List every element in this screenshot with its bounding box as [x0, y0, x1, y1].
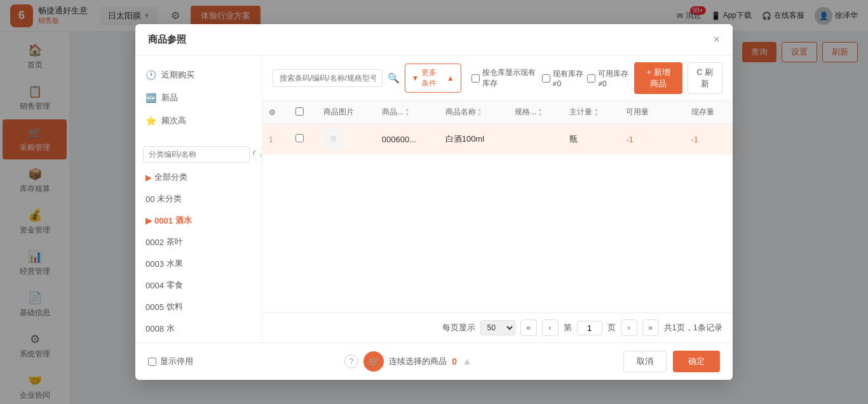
- row-stock: -1: [685, 124, 733, 155]
- category-00[interactable]: 00 未分类: [140, 188, 257, 210]
- category-0002[interactable]: 0002 茶叶: [140, 231, 257, 253]
- col-code: 商品...▲▼: [376, 101, 439, 124]
- cart-count: 0: [452, 356, 457, 367]
- help-icon[interactable]: ?: [344, 354, 358, 368]
- cancel-button[interactable]: 取消: [623, 351, 667, 372]
- category-00-code: 00: [146, 194, 154, 204]
- category-0003[interactable]: 0003 水果: [140, 253, 257, 274]
- per-page-select[interactable]: 50 100 200: [480, 320, 515, 335]
- tab-new-product[interactable]: 🆕 新品: [135, 86, 262, 109]
- product-table-area: ⚙ 商品图片 商品...▲▼ 商品名称▲▼: [262, 101, 733, 313]
- category-0005-code: 0005: [146, 302, 164, 312]
- tab-frequent-label: 频次高: [161, 115, 186, 126]
- checkbox-stock-input[interactable]: [542, 74, 550, 83]
- col-unit: 主计量▲▼: [563, 101, 620, 124]
- confirm-button[interactable]: 确定: [673, 351, 720, 372]
- category-0005[interactable]: 0005 饮料: [140, 296, 257, 318]
- last-page-button[interactable]: »: [642, 320, 659, 336]
- col-available: 可用量: [620, 101, 667, 124]
- col-stock-label: 现存量: [691, 107, 714, 118]
- display-disabled-input[interactable]: [148, 358, 156, 366]
- refresh-button[interactable]: C 刷新: [688, 62, 722, 94]
- row-name: 白酒100ml: [439, 124, 509, 155]
- checkbox-stock-nonzero[interactable]: 现有库存≠0: [542, 69, 584, 88]
- col-code-label: 商品...: [382, 107, 403, 118]
- category-0001-arrow: ▶: [146, 216, 152, 226]
- category-0003-code: 0003: [146, 259, 164, 269]
- next-page-button[interactable]: ›: [621, 320, 637, 336]
- row-available: -1: [620, 124, 667, 155]
- product-table: ⚙ 商品图片 商品...▲▼ 商品名称▲▼: [262, 101, 733, 155]
- category-all[interactable]: ▶ 全部分类: [140, 166, 257, 188]
- modal-footer: 显示停用 ? 🛒 连续选择的商品 0 ▲ 取消 确定: [135, 342, 733, 380]
- page-number-input[interactable]: [577, 321, 602, 335]
- left-tabs: 🕐 近期购买 🆕 新品 ⭐ 频次高: [135, 64, 262, 132]
- checkbox-warehouse[interactable]: 按仓库显示现有库存: [471, 67, 538, 89]
- col-stock: 现存量: [685, 101, 733, 124]
- category-all-label: 全部分类: [154, 172, 187, 183]
- table-row[interactable]: 1 图 000600... 白酒100ml 瓶 -1: [262, 124, 733, 155]
- row-extra: [668, 124, 685, 155]
- col-spec-label: 规格...: [515, 107, 536, 118]
- add-product-button[interactable]: + 新增商品: [634, 62, 682, 94]
- modal-left-panel: 🕐 近期购买 🆕 新品 ⭐ 频次高: [135, 56, 262, 342]
- category-list: ▶ 全部分类 00 未分类 ▶ 0001 酒水: [135, 166, 262, 342]
- category-0008[interactable]: 0008 水: [140, 318, 257, 339]
- total-records-label: 共1页，1条记录: [664, 322, 722, 333]
- category-00-name: 未分类: [157, 193, 182, 205]
- display-disabled-checkbox[interactable]: 显示停用: [148, 356, 193, 367]
- product-image: 图: [323, 129, 344, 149]
- modal-overlay: 商品参照 × 🕐 近期购买 🆕 新品: [0, 0, 868, 404]
- frequent-icon: ⭐: [146, 116, 156, 126]
- category-0004-code: 0004: [146, 281, 164, 290]
- row-code: 000600...: [376, 124, 439, 155]
- col-available-label: 可用量: [626, 107, 649, 118]
- col-settings[interactable]: ⚙: [262, 101, 289, 124]
- category-0010[interactable]: 0010 家电: [140, 339, 257, 342]
- collapse-cart-icon[interactable]: ▲: [462, 356, 472, 367]
- col-spec: 规格...▲▼: [508, 101, 563, 124]
- new-product-icon: 🆕: [146, 93, 156, 103]
- category-0003-name: 水果: [166, 258, 183, 269]
- expand-arrow-icon: ▶: [146, 173, 152, 182]
- category-search-row: 🔍: [135, 142, 262, 166]
- recent-purchase-icon: 🕐: [146, 70, 156, 80]
- category-0004-name: 零食: [166, 279, 183, 291]
- first-page-button[interactable]: «: [520, 320, 537, 336]
- pagination: 每页显示 50 100 200 « ‹ 第 页 › » 共1页，1条记: [262, 313, 733, 342]
- product-search-icon[interactable]: 🔍: [388, 72, 400, 84]
- page-prefix-label: 第: [564, 322, 572, 333]
- modal-right-panel: 🔍 ▼ 更多条件 ▲ 按仓库显示现有库存: [262, 56, 733, 342]
- footer-action-buttons: 取消 确定: [623, 351, 720, 372]
- category-search-input[interactable]: [143, 146, 250, 163]
- filter-button[interactable]: ▼ 更多条件 ▲: [405, 64, 461, 93]
- category-0001[interactable]: ▶ 0001 酒水: [140, 210, 257, 231]
- filter-icon: ▼: [412, 74, 419, 83]
- tab-frequent[interactable]: ⭐ 频次高: [135, 109, 262, 132]
- per-page-label: 每页显示: [442, 322, 475, 333]
- product-search-input[interactable]: [273, 69, 383, 87]
- tab-recent-label: 近期购买: [161, 69, 194, 81]
- tab-recent-purchase[interactable]: 🕐 近期购买: [135, 64, 262, 86]
- category-0004[interactable]: 0004 零食: [140, 274, 257, 296]
- cart-icon[interactable]: 🛒: [363, 351, 384, 372]
- toolbar-right-actions: + 新增商品 C 刷新: [634, 62, 722, 94]
- table-header-row: ⚙ 商品图片 商品...▲▼ 商品名称▲▼: [262, 101, 733, 124]
- prev-page-button[interactable]: ‹: [542, 320, 559, 336]
- checkbox-area: 按仓库显示现有库存 现有库存≠0 可用库存≠0: [471, 67, 629, 89]
- row-checkbox[interactable]: [289, 124, 317, 155]
- category-0002-name: 茶叶: [166, 236, 183, 248]
- close-button[interactable]: ×: [713, 33, 720, 46]
- checkbox-warehouse-input[interactable]: [471, 74, 480, 83]
- checkbox-available-input[interactable]: [587, 74, 595, 83]
- row-select-checkbox[interactable]: [295, 134, 304, 142]
- col-name: 商品名称▲▼: [439, 101, 509, 124]
- modal-toolbar: 🔍 ▼ 更多条件 ▲ 按仓库显示现有库存: [262, 56, 733, 101]
- checkbox-available-nonzero[interactable]: 可用库存≠0: [587, 69, 629, 88]
- select-all-checkbox[interactable]: [295, 107, 304, 116]
- modal-body: 🕐 近期购买 🆕 新品 ⭐ 频次高: [135, 56, 733, 342]
- tab-new-label: 新品: [161, 92, 178, 104]
- category-0008-code: 0008: [146, 324, 164, 333]
- category-0002-code: 0002: [146, 238, 164, 247]
- page-unit-label: 页: [607, 322, 616, 333]
